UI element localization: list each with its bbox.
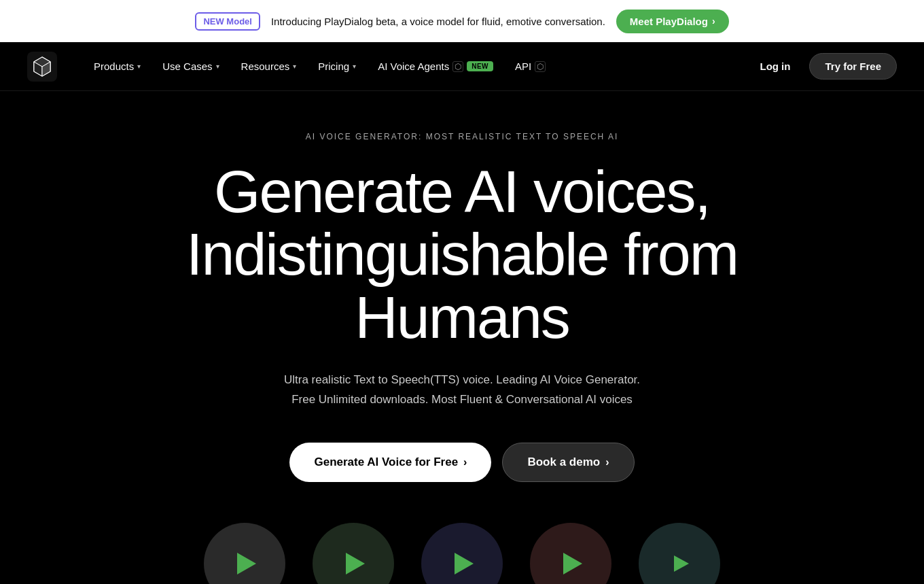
nav-item-resources[interactable]: Resources ▾ <box>232 55 306 78</box>
generate-voice-button[interactable]: Generate AI Voice for Free › <box>289 443 491 482</box>
voice-sample-3[interactable] <box>421 523 503 584</box>
hero-subtitle: Ultra realistic Text to Speech(TTS) voic… <box>284 371 640 410</box>
nav-right: Log in Try for Free <box>751 53 897 80</box>
external-link-icon: ⬡ <box>452 61 463 72</box>
nav-item-api[interactable]: API ⬡ <box>505 55 555 78</box>
try-free-button[interactable]: Try for Free <box>809 53 897 80</box>
chevron-down-icon: ▾ <box>353 63 356 70</box>
play-icon <box>237 553 256 574</box>
announcement-text: Introducing PlayDialog beta, a voice mod… <box>271 16 605 27</box>
arrow-icon: › <box>463 456 467 468</box>
nav-item-ai-voice-agents[interactable]: AI Voice Agents ⬡ NEW <box>368 55 503 78</box>
new-badge: NEW <box>467 61 493 71</box>
book-demo-button[interactable]: Book a demo › <box>502 443 634 482</box>
play-icon <box>455 553 474 574</box>
chevron-down-icon: ▾ <box>137 63 141 70</box>
login-button[interactable]: Log in <box>751 55 798 78</box>
voice-sample-4[interactable] <box>530 523 611 584</box>
hero-buttons: Generate AI Voice for Free › Book a demo… <box>289 443 634 482</box>
hero-section: AI VOICE GENERATOR: MOST REALISTIC TEXT … <box>0 91 924 584</box>
play-icon <box>674 555 689 572</box>
nav-item-products[interactable]: Products ▾ <box>84 55 150 78</box>
voice-sample-2[interactable] <box>313 523 394 584</box>
hero-eyebrow: AI VOICE GENERATOR: MOST REALISTIC TEXT … <box>306 132 619 141</box>
chevron-down-icon: ▾ <box>293 63 296 70</box>
voice-sample-1[interactable] <box>204 523 285 584</box>
navigation: Products ▾ Use Cases ▾ Resources ▾ Prici… <box>0 42 924 91</box>
new-model-badge: NEW Model <box>195 12 260 31</box>
arrow-icon: › <box>712 16 715 27</box>
chevron-down-icon: ▾ <box>216 63 219 70</box>
logo[interactable] <box>27 52 57 82</box>
arrow-icon: › <box>605 456 609 468</box>
voice-samples-row <box>177 523 747 584</box>
nav-links: Products ▾ Use Cases ▾ Resources ▾ Prici… <box>84 55 751 78</box>
voice-sample-5[interactable] <box>639 523 720 584</box>
play-icon <box>563 553 582 574</box>
play-icon <box>346 553 365 574</box>
hero-title: Generate AI voices, Indistinguishable fr… <box>186 160 738 349</box>
nav-item-use-cases[interactable]: Use Cases ▾ <box>153 55 228 78</box>
nav-item-pricing[interactable]: Pricing ▾ <box>308 55 366 78</box>
meet-playdialog-button[interactable]: Meet PlayDialog › <box>616 10 729 33</box>
announcement-bar: NEW Model Introducing PlayDialog beta, a… <box>0 0 924 42</box>
external-link-icon: ⬡ <box>535 61 546 72</box>
logo-icon <box>27 52 57 82</box>
